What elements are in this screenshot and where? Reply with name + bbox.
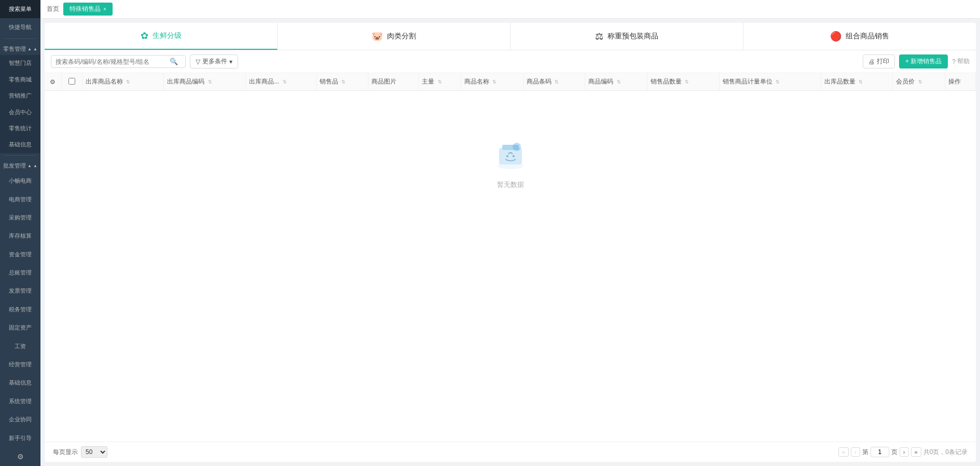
col-operation: 操作: [945, 73, 976, 91]
sidebar-item-smart-store[interactable]: 智慧门店: [0, 55, 40, 71]
col-setting[interactable]: ⚙: [45, 73, 61, 91]
add-sale-item-button[interactable]: + 新增销售品: [899, 54, 948, 68]
sort-out-name-icon: ⇅: [126, 79, 130, 85]
divider-2: [4, 155, 36, 156]
next-page-button[interactable]: ›: [900, 447, 909, 457]
col-operation-label: 操作: [948, 78, 961, 85]
filter-arrow-icon: ▾: [229, 58, 232, 65]
col-out-name[interactable]: 出库商品名称 ⇅: [82, 73, 164, 91]
main-content: 首页 特殊销售品 × ✿ 生鲜分级 🐷 肉类分割 ⚖ 称重预包装商品 🔴 组: [40, 0, 980, 466]
help-icon: ?: [952, 58, 956, 65]
sidebar-item-invoice[interactable]: 发票管理: [0, 282, 40, 300]
first-page-button[interactable]: «: [838, 447, 849, 457]
active-tab-label: 特殊销售品: [70, 5, 101, 13]
category-tabs: ✿ 生鲜分级 🐷 肉类分割 ⚖ 称重预包装商品 🔴 组合商品销售: [45, 23, 976, 50]
sidebar-item-ecommerce-small[interactable]: 小畅电商: [0, 172, 40, 190]
meat-icon: 🐷: [371, 31, 383, 42]
tab-combo[interactable]: 🔴 组合商品销售: [743, 23, 976, 50]
sort-sale-qty-icon: ⇅: [685, 79, 689, 85]
sidebar-item-finance[interactable]: 资金管理: [0, 245, 40, 264]
per-page-label: 每页显示: [53, 448, 78, 457]
col-out-name-label: 出库商品名称: [86, 78, 123, 85]
col-out-qty-label: 出库品数量: [824, 78, 855, 85]
tab-fresh[interactable]: ✿ 生鲜分级: [45, 23, 278, 50]
col-sale-item[interactable]: 销售品 ⇅: [316, 73, 368, 91]
filter-icon: ▽: [196, 58, 200, 65]
col-item-img-label: 商品图片: [371, 78, 396, 85]
sidebar-item-fixed-assets[interactable]: 固定资产: [0, 319, 40, 337]
sidebar-item-retail-stats[interactable]: 零售统计: [0, 120, 40, 136]
sort-out-code-icon: ⇅: [208, 79, 212, 85]
sidebar-item-ledger[interactable]: 总账管理: [0, 264, 40, 282]
per-page-select[interactable]: 50 10 20 100: [81, 446, 107, 458]
pagination-right: « ‹ 第 页 › » 共0页，0条记录: [838, 447, 968, 457]
col-out-spec[interactable]: 出库商品... ⇅: [246, 73, 316, 91]
col-sale-unit-label: 销售商品计量单位: [723, 78, 772, 85]
col-sale-qty-label: 销售品数量: [651, 78, 682, 85]
svg-point-5: [513, 155, 515, 157]
col-item-code-label: 商品编码: [588, 78, 613, 85]
sort-item-code-icon: ⇅: [617, 79, 621, 85]
sidebar-item-guide[interactable]: 新手引导: [0, 429, 40, 447]
col-member-price-label: 会员价: [896, 78, 915, 85]
search-icon[interactable]: 🔍: [170, 58, 178, 65]
tab-weigh[interactable]: ⚖ 称重预包装商品: [510, 23, 743, 50]
col-item-barcode[interactable]: 商品条码 ⇅: [523, 73, 585, 91]
topbar: 首页 特殊销售品 ×: [40, 0, 980, 19]
sidebar-item-purchase[interactable]: 采购管理: [0, 209, 40, 227]
home-link[interactable]: 首页: [47, 5, 59, 13]
sidebar-section-retail[interactable]: 零售管理 ▲: [0, 41, 40, 55]
sidebar-item-marketing[interactable]: 营销推广: [0, 88, 40, 104]
sidebar-item-salary[interactable]: 工资: [0, 337, 40, 355]
sidebar-item-retail-mall[interactable]: 零售商城: [0, 72, 40, 88]
sidebar-item-basic-info-2[interactable]: 基础信息: [0, 374, 40, 392]
col-item-barcode-label: 商品条码: [527, 78, 551, 85]
sidebar-section-wholesale[interactable]: 批发管理 ▲: [0, 158, 40, 172]
sidebar-item-enterprise[interactable]: 企业协同: [0, 410, 40, 429]
tab-fresh-label: 生鲜分级: [153, 31, 182, 40]
col-member-price[interactable]: 会员价 ⇅: [893, 73, 945, 91]
sidebar-item-system[interactable]: 系统管理: [0, 392, 40, 410]
col-item-code[interactable]: 商品编码 ⇅: [585, 73, 647, 91]
last-page-button[interactable]: »: [911, 447, 921, 457]
active-tab[interactable]: 特殊销售品 ×: [63, 3, 113, 16]
sidebar-item-inventory[interactable]: 库存核算: [0, 227, 40, 245]
table-container: ⚙ 出库商品名称 ⇅ 出库商品编码 ⇅ 出库商品: [45, 73, 976, 442]
close-tab-icon[interactable]: ×: [103, 6, 106, 12]
prev-page-button[interactable]: ‹: [851, 447, 860, 457]
toolbar: 🔍 ▽ 更多条件 ▾ 🖨 打印 + 新增销售品 ? 帮助: [45, 50, 976, 73]
col-sale-qty[interactable]: 销售品数量 ⇅: [647, 73, 719, 91]
col-item-name[interactable]: 商品名称 ⇅: [461, 73, 523, 91]
col-sale-unit[interactable]: 销售商品计量单位 ⇅: [719, 73, 821, 91]
select-all-checkbox[interactable]: [68, 78, 75, 85]
filter-button[interactable]: ▽ 更多条件 ▾: [190, 54, 238, 68]
print-icon: 🖨: [868, 58, 875, 65]
col-out-code[interactable]: 出库商品编码 ⇅: [164, 73, 246, 91]
col-out-spec-label: 出库商品...: [249, 78, 279, 85]
tab-meat[interactable]: 🐷 肉类分割: [278, 23, 510, 50]
search-input[interactable]: [56, 58, 170, 65]
wholesale-arrow-icon: ▲: [27, 163, 32, 169]
sidebar-section-wholesale-label: 批发管理: [3, 162, 26, 170]
search-box[interactable]: 🔍: [51, 55, 186, 68]
tab-meat-label: 肉类分割: [387, 32, 416, 41]
settings-icon[interactable]: ⚙: [0, 447, 40, 466]
sidebar-item-ecommerce-mgmt[interactable]: 电商管理: [0, 190, 40, 209]
page-number-input[interactable]: [871, 447, 889, 457]
sidebar-item-operations[interactable]: 经营管理: [0, 355, 40, 374]
sidebar-item-basic-info-1[interactable]: 基础信息: [0, 136, 40, 153]
empty-text: 暂无数据: [497, 180, 524, 189]
col-main-weight[interactable]: 主量 ⇅: [419, 73, 461, 91]
tab-combo-label: 组合商品销售: [846, 32, 889, 41]
col-out-code-label: 出库商品编码: [167, 78, 204, 85]
print-button[interactable]: 🖨 打印: [863, 54, 895, 68]
sidebar-section-retail-label: 零售管理: [3, 45, 26, 53]
sidebar-item-member[interactable]: 会员中心: [0, 104, 40, 120]
col-out-qty[interactable]: 出库品数量 ⇅: [821, 73, 893, 91]
help-label: 帮助: [957, 57, 970, 66]
sidebar-logo[interactable]: 搜索菜单: [0, 0, 40, 18]
sidebar-item-tax[interactable]: 税务管理: [0, 300, 40, 319]
sidebar-item-quick-nav[interactable]: 快捷导航: [0, 18, 40, 36]
help-button[interactable]: ? 帮助: [952, 57, 970, 66]
col-item-name-label: 商品名称: [464, 78, 489, 85]
